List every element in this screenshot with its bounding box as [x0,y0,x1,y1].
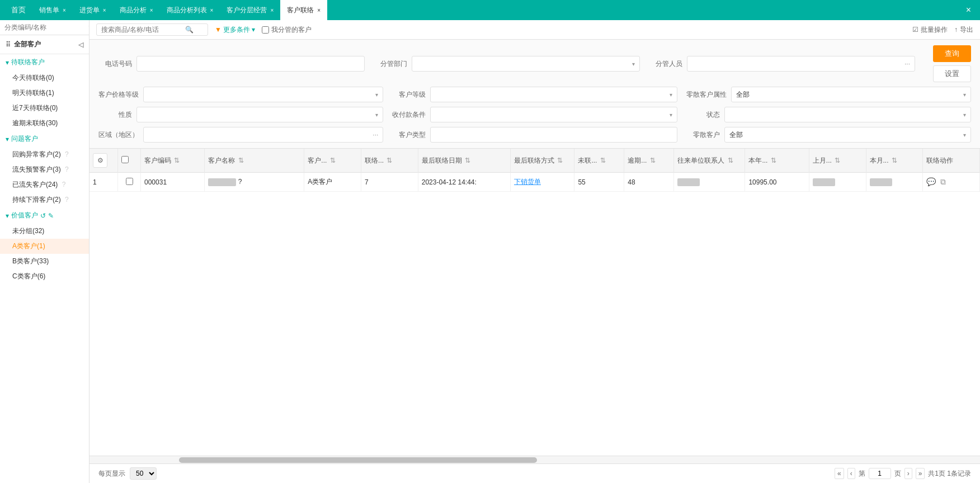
next-page-btn[interactable]: › [904,468,912,479]
table-settings-icon[interactable]: ⚙ [93,153,107,168]
th-lastdate[interactable]: 最后联络日期 ⇅ [418,149,510,173]
sidebar-item-declining[interactable]: 持续下滑客户(2) ? [0,192,89,207]
nature-chevron: ▾ [375,112,378,118]
nav-tab-analysis[interactable]: 商品分析 × [113,0,160,20]
sidebar-item-today[interactable]: 今天待联络(0) [0,70,89,86]
per-page-label: 每页显示 [98,469,125,479]
nav-tab-customer-segment[interactable]: 客户分层经营 × [220,0,280,20]
th-contacts[interactable]: 往来单位联系人 ⇅ [674,149,745,173]
region-input[interactable]: ··· [143,127,383,143]
page-input[interactable] [869,468,891,479]
th-lastway[interactable]: 最后联络方式 ⇅ [510,149,574,173]
section-pending-contact[interactable]: ▾ 待联络客户 [0,54,89,70]
sidebar-item-a-class[interactable]: A类客户(1) [0,239,89,254]
nav-tab-sales[interactable]: 销售单 × [32,0,73,20]
td-check[interactable] [118,173,141,192]
cust-level-select[interactable]: ▾ [430,87,677,102]
close-sales-tab[interactable]: × [63,7,66,13]
sidebar-item-c-class[interactable]: C类客户(6) [0,269,89,284]
th-name[interactable]: 客户名称 ⇅ [205,149,304,173]
filter-cell-status: 状态 ▾ [686,107,971,122]
sidebar-item-repurchase-abnormal[interactable]: 回购异常客户(2) ? [0,147,89,162]
sidebar-item-tomorrow[interactable]: 明天待联络(1) [0,86,89,101]
name-blurred [208,178,236,186]
th-nolink[interactable]: 未联... ⇅ [574,149,624,173]
action-icons: 💬 ⧉ [926,177,976,187]
dept-chevron: ▾ [632,61,635,67]
nav-tab-analysis-list[interactable]: 商品分析列表 × [160,0,220,20]
first-page-btn[interactable]: « [835,468,844,479]
price-level-select[interactable]: ▾ [143,87,383,102]
per-page-select[interactable]: 50 [130,467,157,480]
filter-cell-nature: 性质 ▾ [98,107,383,122]
th-thismonth[interactable]: 本月... ⇅ [866,149,923,173]
my-customers-filter[interactable]: 我分管的客户 [262,25,312,35]
sidebar-item-b-class[interactable]: B类客户(33) [0,254,89,269]
more-filters-btn[interactable]: ▼ 更多条件 ▾ [215,25,255,35]
person-input[interactable]: ··· [687,56,915,72]
sidebar-item-churned[interactable]: 已流失客户(24) ? [0,177,89,192]
sidebar-item-7days[interactable]: 近7天待联络(0) [0,101,89,116]
payment-select[interactable]: ▾ [430,107,677,122]
customer-table: ⚙ 客户编码 ⇅ 客户名称 ⇅ [89,149,980,192]
horizontal-scrollbar[interactable] [89,456,980,463]
chat-icon[interactable]: 💬 [926,177,936,187]
prev-page-btn[interactable]: ‹ [847,468,855,479]
nature-select[interactable]: ▾ [136,107,383,122]
advanced-filters: 电话号码 分管部门 ▾ 分管人员 ··· 查询 设置 [89,40,980,149]
settings-button[interactable]: 设置 [933,65,971,82]
th-lastmonth[interactable]: 上月... ⇅ [809,149,866,173]
sidebar-item-churn-warning[interactable]: 流失预警客户(3) ? [0,162,89,177]
table-header-row: ⚙ 客户编码 ⇅ 客户名称 ⇅ [89,149,980,173]
nav-home[interactable]: 首页 [4,0,32,20]
cust-level-chevron: ▾ [670,92,672,98]
help-icon-4: ? [65,196,69,203]
th-thisyear[interactable]: 本年... ⇅ [745,149,809,173]
edit-icon[interactable]: ✎ [48,212,54,220]
phone-label: 电话号码 [98,59,132,69]
search-icon-main[interactable]: 🔍 [185,26,194,34]
sidebar-collapse-btn[interactable]: ◁ [78,41,83,49]
retail-attr-select[interactable]: 全部 ▾ [731,87,971,102]
retail-attr-label: 零散客户属性 [686,90,727,100]
my-customers-checkbox[interactable] [262,26,269,34]
sidebar-item-ungrouped[interactable]: 未分组(32) [0,224,89,239]
refresh-icon[interactable]: ↺ [40,212,46,220]
th-contact[interactable]: 联络... ⇅ [361,149,418,173]
sort-icon-lastdate: ⇅ [465,157,470,164]
dept-select[interactable]: ▾ [412,56,640,72]
sidebar-search-input[interactable] [4,23,88,31]
th-type[interactable]: 客户... ⇅ [304,149,361,173]
scroll-thumb[interactable] [179,457,537,463]
last-page-btn[interactable]: » [916,468,925,479]
nav-tab-customer-contact[interactable]: 客户联络 × [280,0,327,20]
row-checkbox[interactable] [126,178,133,185]
query-button[interactable]: 查询 [933,45,971,62]
retail-cust-select[interactable]: 全部 ▾ [724,127,971,143]
close-analysis-list-tab[interactable]: × [210,7,214,13]
td-lastmonth [809,173,866,192]
batch-ops-btn[interactable]: ☑ 批量操作 [912,25,948,35]
filter-search-box[interactable]: 🔍 [96,23,208,36]
sidebar-item-overdue[interactable]: 逾期未联络(30) [0,116,89,131]
status-select[interactable]: ▾ [724,107,971,122]
search-input[interactable] [101,26,185,34]
close-contact-tab[interactable]: × [317,7,321,13]
nav-tab-purchase[interactable]: 进货单 × [73,0,113,20]
phone-input[interactable] [136,56,365,72]
lastway-link[interactable]: 下销货单 [514,178,541,186]
link-icon[interactable]: ⧉ [940,177,946,187]
section-problem-customers[interactable]: ▾ 问题客户 [0,131,89,147]
section-value-customers[interactable]: ▾ 价值客户 ↺ ✎ [0,207,89,224]
th-code[interactable]: 客户编码 ⇅ [141,149,205,173]
th-overdue[interactable]: 逾期... ⇅ [624,149,674,173]
export-btn[interactable]: ↑ 导出 [954,25,973,35]
close-analysis-tab[interactable]: × [150,7,153,13]
close-purchase-tab[interactable]: × [103,7,106,13]
close-segment-tab[interactable]: × [270,7,274,13]
close-window-btn[interactable]: × [962,5,976,15]
cust-type-input[interactable] [430,127,677,143]
select-all-checkbox[interactable] [121,156,129,163]
toolbar-right: ☑ 批量操作 ↑ 导出 [912,25,973,35]
price-level-chevron: ▾ [375,92,378,98]
